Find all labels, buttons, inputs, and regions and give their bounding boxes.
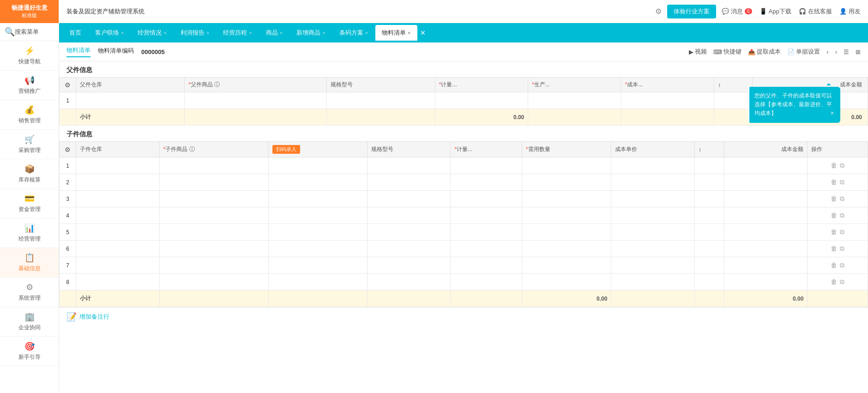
child-spec-cell[interactable]: [367, 274, 451, 290]
child-warehouse-cell[interactable]: [76, 207, 160, 224]
settings-icon[interactable]: ⚙: [655, 7, 662, 16]
parent-settings-col[interactable]: ⚙: [60, 78, 76, 92]
nav-prev-icon[interactable]: ‹: [826, 48, 828, 55]
sidebar-item-finance[interactable]: 💳 资金管理: [0, 189, 59, 218]
sidebar-item-search[interactable]: 🔍 搜索菜单: [0, 23, 59, 41]
tab-close-icon[interactable]: ×: [163, 30, 166, 36]
tab-bom[interactable]: 物料清单 ×: [375, 25, 417, 41]
parent-production-cell[interactable]: [528, 92, 621, 109]
child-spec-cell[interactable]: [367, 257, 451, 274]
tab-products[interactable]: 商品 ×: [259, 25, 289, 41]
child-unit-price-cell[interactable]: [611, 191, 695, 207]
child-qty-cell[interactable]: [522, 157, 611, 174]
shortcut-action[interactable]: ⌨ 快捷键: [713, 48, 741, 56]
scan-button[interactable]: 扫码录入: [272, 145, 300, 154]
child-spec-cell[interactable]: [367, 224, 451, 241]
child-warehouse-cell[interactable]: [76, 224, 160, 241]
tab-operations[interactable]: 经营情况 ×: [131, 25, 173, 41]
copy-icon[interactable]: ⧉: [840, 261, 844, 269]
child-qty-cell[interactable]: [522, 241, 611, 257]
delete-icon[interactable]: 🗑: [831, 261, 837, 269]
child-unit-cell[interactable]: [451, 191, 522, 207]
child-unit-price-cell[interactable]: [611, 157, 695, 174]
child-qty-cell[interactable]: [522, 174, 611, 191]
copy-icon[interactable]: ⧉: [840, 212, 844, 219]
sidebar-item-basic-info[interactable]: 📋 基础信息: [0, 248, 59, 278]
child-warehouse-cell[interactable]: [76, 174, 160, 191]
child-product-cell[interactable]: [159, 157, 268, 174]
sidebar-item-purchase[interactable]: 🛒 采购管理: [0, 130, 59, 159]
child-unit-price-cell[interactable]: [611, 241, 695, 257]
delete-icon[interactable]: 🗑: [831, 212, 837, 219]
tab-close-icon[interactable]: ×: [206, 30, 209, 36]
add-row-label[interactable]: 增加备注行: [79, 313, 109, 321]
child-product-cell[interactable]: [159, 257, 268, 274]
parent-warehouse-cell[interactable]: [76, 92, 185, 109]
child-warehouse-cell[interactable]: [76, 157, 160, 174]
close-all-tabs-icon[interactable]: ✕: [420, 29, 426, 36]
app-download-action[interactable]: 📱 App下载: [760, 7, 791, 16]
tooltip-close-button[interactable]: ×: [831, 109, 834, 118]
child-qty-cell[interactable]: [522, 191, 611, 207]
tab-new-product[interactable]: 新增商品 ×: [290, 25, 332, 41]
tab-barcode[interactable]: 条码方案 ×: [333, 25, 374, 41]
child-qty-cell[interactable]: [522, 274, 611, 290]
copy-icon[interactable]: ⧉: [840, 245, 844, 253]
tab-close-icon[interactable]: ×: [408, 30, 410, 36]
child-spec-cell[interactable]: [367, 191, 451, 207]
child-settings-col[interactable]: ⚙: [60, 142, 76, 157]
copy-icon[interactable]: ⧉: [840, 162, 844, 169]
parent-cost-cell[interactable]: [621, 92, 714, 109]
child-unit-price-cell[interactable]: [611, 224, 695, 241]
add-row-icon[interactable]: 📝: [66, 312, 77, 322]
child-warehouse-cell[interactable]: [76, 191, 160, 207]
extract-cost-action[interactable]: 📤 提取成本: [748, 48, 781, 56]
child-warehouse-cell[interactable]: [76, 241, 160, 257]
copy-icon[interactable]: ⧉: [840, 178, 844, 186]
nav-list-icon[interactable]: ☰: [844, 48, 849, 55]
child-unit-cell[interactable]: [451, 207, 522, 224]
child-unit-cell[interactable]: [451, 241, 522, 257]
child-unit-cell[interactable]: [451, 224, 522, 241]
child-product-cell[interactable]: [159, 174, 268, 191]
child-spec-cell[interactable]: [367, 157, 451, 174]
child-unit-cell[interactable]: [451, 274, 522, 290]
tab-close-icon[interactable]: ×: [249, 30, 252, 36]
child-spec-cell[interactable]: [367, 241, 451, 257]
child-product-cell[interactable]: [159, 224, 268, 241]
delete-icon[interactable]: 🗑: [831, 245, 837, 253]
copy-icon[interactable]: ⧉: [840, 228, 844, 236]
video-action[interactable]: ▶ 视频: [689, 48, 707, 56]
child-warehouse-cell[interactable]: [76, 274, 160, 290]
copy-icon[interactable]: ⧉: [840, 278, 844, 286]
child-qty-cell[interactable]: [522, 224, 611, 241]
delete-icon[interactable]: 🗑: [831, 195, 837, 203]
sidebar-item-guide[interactable]: 🎯 新手引导: [0, 337, 59, 366]
sidebar-item-enterprise[interactable]: 🏢 企业协同: [0, 307, 59, 337]
tab-profit[interactable]: 利润报告 ×: [174, 25, 216, 41]
child-warehouse-cell[interactable]: [76, 257, 160, 274]
tab-close-icon[interactable]: ×: [280, 30, 283, 36]
sub-nav-bom[interactable]: 物料清单: [66, 46, 90, 57]
doc-settings-action[interactable]: 📄 单据设置: [787, 48, 820, 56]
parent-product-cell[interactable]: [185, 92, 327, 109]
delete-icon[interactable]: 🗑: [831, 228, 837, 236]
online-service-action[interactable]: 🎧 在线客服: [799, 7, 832, 16]
sidebar-item-marketing[interactable]: 📢 营销推广: [0, 71, 59, 100]
child-unit-price-cell[interactable]: [611, 174, 695, 191]
sidebar-item-quick-nav[interactable]: ⚡ 快捷导航: [0, 41, 59, 71]
sidebar-item-system[interactable]: ⚙ 系统管理: [0, 278, 59, 307]
tab-close-icon[interactable]: ×: [121, 30, 124, 36]
child-unit-cell[interactable]: [451, 257, 522, 274]
child-scan-col[interactable]: 扫码录入: [268, 142, 367, 157]
message-action[interactable]: 💬 消息 6: [722, 7, 752, 16]
sidebar-item-operations[interactable]: 📊 经营管理: [0, 218, 59, 248]
child-product-cell[interactable]: [159, 241, 268, 257]
tab-close-icon[interactable]: ×: [322, 30, 325, 36]
child-spec-cell[interactable]: [367, 174, 451, 191]
child-spec-cell[interactable]: [367, 207, 451, 224]
parent-unit-cell[interactable]: [435, 92, 528, 109]
child-unit-price-cell[interactable]: [611, 274, 695, 290]
child-product-cell[interactable]: [159, 274, 268, 290]
nav-next-icon[interactable]: ›: [835, 48, 837, 55]
